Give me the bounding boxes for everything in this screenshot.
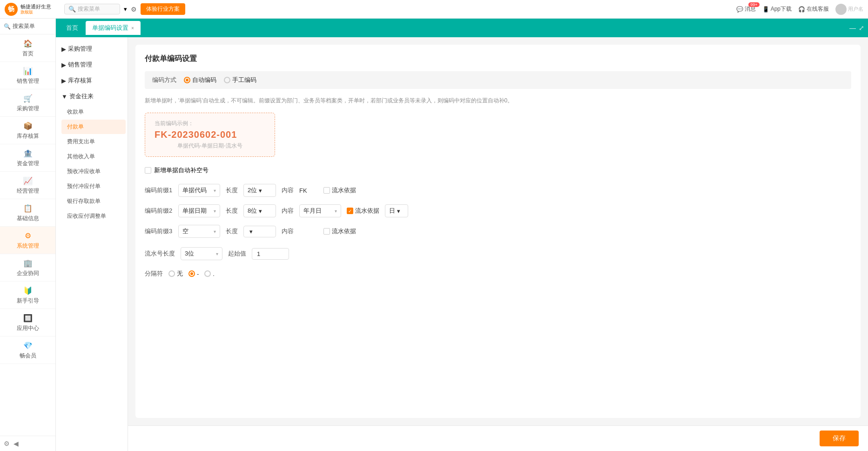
prefix3-length-label: 长度 — [226, 227, 238, 236]
logo-area: 畅 畅捷通好生意 旗舰版 — [5, 3, 61, 16]
avatar — [835, 4, 847, 15]
bottom-bar: 保存 — [128, 425, 868, 451]
prefix2-serial-period-select[interactable]: 日 ▾ — [385, 204, 408, 217]
auto-fill-checkbox[interactable] — [145, 167, 151, 174]
auto-fill-row: 新增单据自动补空号 — [145, 166, 851, 175]
prefix3-select[interactable]: 空 ▾ — [178, 225, 220, 238]
tab-home[interactable]: 首页 — [60, 21, 85, 35]
prefix1-serial-checkbox[interactable] — [323, 187, 330, 194]
sub-group-purchase: ▶ 采购管理 — [56, 41, 128, 57]
newguide-icon: 🔰 — [23, 286, 33, 295]
serial-length-select[interactable]: 3位 ▾ — [181, 247, 222, 260]
prefix1-length-select[interactable]: 2位 ▾ — [243, 184, 276, 197]
sub-group-capital-header[interactable]: ▼ 资金往来 — [56, 88, 128, 104]
prefix1-length-label: 长度 — [226, 186, 238, 195]
serial-row: 流水号长度 3位 ▾ 起始值 1 — [145, 247, 851, 260]
app-download-button[interactable]: 📱 App下载 — [762, 5, 792, 13]
sidebar-item-basic[interactable]: 📋 基础信息 — [0, 199, 55, 227]
message-button[interactable]: 💬 消息 99+ — [736, 5, 756, 13]
minimize-icon[interactable]: — — [849, 24, 856, 32]
header-mid: 🔍 搜索菜单 ▾ ⚙ 体验行业方案 — [64, 3, 733, 15]
service-icon: 🎧 — [798, 6, 805, 13]
prefix2-select[interactable]: 单据日期 ▾ — [178, 204, 220, 217]
prefix2-content-label: 内容 — [282, 207, 294, 215]
separator-none-radio[interactable]: 无 — [168, 269, 183, 278]
home-icon: 🏠 — [23, 39, 33, 48]
sidebar-item-system[interactable]: ⚙ 系统管理 — [0, 227, 55, 254]
prefix3-serial-checkbox[interactable] — [323, 228, 330, 235]
prefix2-content-select[interactable]: 年月日 ▾ — [299, 204, 341, 217]
prefix2-serial-checkbox[interactable]: ✓ — [347, 208, 353, 214]
sub-group-purchase-header[interactable]: ▶ 采购管理 — [56, 41, 128, 57]
sidebar-item-newguide[interactable]: 🔰 新手引导 — [0, 282, 55, 309]
sub-group-sales-header[interactable]: ▶ 销售管理 — [56, 57, 128, 73]
sub-item-payment[interactable]: 付款单 — [61, 120, 126, 134]
sub-item-ar-ap[interactable]: 应收应付调整单 — [61, 209, 126, 223]
tab-bar-right: — ⤢ — [849, 24, 864, 32]
prefix-row-2: 编码前缀2 单据日期 ▾ 长度 8位 ▾ 内容 — [145, 204, 851, 217]
sub-item-advance-payment[interactable]: 预付冲应付单 — [61, 179, 126, 194]
content-panel: 付款单编码设置 编码方式 自动编码 手工编码 — [135, 45, 861, 418]
auto-code-radio[interactable]: 自动编码 — [184, 76, 216, 84]
prefix2-length-select[interactable]: 8位 ▾ — [243, 204, 276, 217]
sidebar-item-operation[interactable]: 📈 经营管理 — [0, 172, 55, 199]
sub-group-inventory-header[interactable]: ▶ 库存核算 — [56, 73, 128, 88]
start-value-label: 起始值 — [228, 249, 246, 258]
sub-group-sales: ▶ 销售管理 — [56, 57, 128, 73]
page-title: 付款单编码设置 — [145, 54, 851, 64]
maximize-icon[interactable]: ⤢ — [859, 24, 864, 32]
code-example-box: 当前编码示例： FK-20230602-001 单据代码-单据日期-流水号 — [145, 113, 275, 157]
prefix1-content-label: 内容 — [282, 186, 294, 195]
prefix3-length-select[interactable]: ▾ — [243, 226, 276, 237]
prefix-row-3: 编码前缀3 空 ▾ 长度 ▾ 内容 — [145, 225, 851, 238]
settings-bottom-icon[interactable]: ⚙ — [4, 440, 10, 447]
sub-group-capital: ▼ 资金往来 收款单 付款单 费用支出单 其他收入单 预收冲应收单 预付冲应付单… — [56, 88, 128, 223]
chevron-down-icon-cap: ▼ — [61, 93, 67, 100]
tab-close-icon[interactable]: × — [131, 26, 134, 31]
sidebar-item-enterprise[interactable]: 🏢 企业协同 — [0, 254, 55, 282]
sidebar-bottom: ⚙ ◀ — [0, 436, 55, 451]
tab-bill-code[interactable]: 单据编码设置 × — [86, 21, 141, 35]
sidebar-item-home[interactable]: 🏠 首页 — [0, 34, 55, 62]
start-value-input[interactable]: 1 — [252, 248, 289, 260]
sub-item-receipt[interactable]: 收款单 — [61, 105, 126, 119]
user-menu[interactable]: 用户名 — [835, 4, 863, 15]
chevron-right-icon-sales: ▶ — [61, 61, 66, 68]
chevron-down-icon-p3: ▾ — [214, 229, 216, 234]
purchase-icon: 🛒 — [23, 94, 33, 103]
prefix1-select[interactable]: 单据代码 ▾ — [178, 184, 220, 197]
chevron-down-icon-len3: ▾ — [249, 228, 253, 235]
sub-item-other-income[interactable]: 其他收入单 — [61, 149, 126, 164]
sidebar-item-appcenter[interactable]: 🔲 应用中心 — [0, 309, 55, 337]
auto-fill-label: 新增单据自动补空号 — [154, 166, 209, 175]
separator-none-circle — [168, 270, 175, 277]
online-service-button[interactable]: 🎧 在线客服 — [798, 5, 829, 13]
collapse-icon[interactable]: ◀ — [13, 440, 19, 447]
separator-label: 分隔符 — [145, 269, 163, 278]
sidebar-item-sales[interactable]: 📊 销售管理 — [0, 62, 55, 89]
chevron-down-icon: ▾ — [124, 6, 127, 13]
sidebar-item-finance[interactable]: 🏦 资金管理 — [0, 144, 55, 172]
sub-item-expense[interactable]: 费用支出单 — [61, 135, 126, 149]
main-content: 付款单编码设置 编码方式 自动编码 手工编码 — [128, 37, 868, 451]
sidebar-item-inventory[interactable]: 📦 库存核算 — [0, 117, 55, 144]
save-button[interactable]: 保存 — [820, 431, 859, 446]
gear-icon[interactable]: ⚙ — [131, 6, 137, 13]
auto-code-radio-circle — [184, 77, 190, 83]
sub-sidebar-children-capital: 收款单 付款单 费用支出单 其他收入单 预收冲应收单 预付冲应付单 银行存取款单… — [56, 105, 128, 223]
sidebar-search[interactable]: 🔍 搜索菜单 — [0, 19, 55, 34]
trial-button[interactable]: 体验行业方案 — [141, 3, 185, 15]
prefix3-content-label: 内容 — [282, 227, 294, 236]
sidebar-item-member[interactable]: 💎 畅会员 — [0, 337, 55, 364]
header-dropdown[interactable]: ▾ — [124, 6, 127, 13]
chevron-down-icon-serial: ▾ — [216, 251, 218, 256]
separator-dot-radio[interactable]: . — [204, 270, 215, 277]
separator-dash-radio[interactable]: - — [188, 270, 199, 277]
sub-item-bank-deposit[interactable]: 银行存取款单 — [61, 194, 126, 209]
prefix3-label: 编码前缀3 — [145, 227, 173, 236]
header-search-box[interactable]: 🔍 搜索菜单 — [64, 4, 120, 14]
manual-code-radio[interactable]: 手工编码 — [224, 76, 256, 84]
sidebar-item-purchase[interactable]: 🛒 采购管理 — [0, 89, 55, 117]
logo-text: 畅捷通好生意 旗舰版 — [20, 4, 51, 15]
sub-item-advance-receipt[interactable]: 预收冲应收单 — [61, 164, 126, 179]
